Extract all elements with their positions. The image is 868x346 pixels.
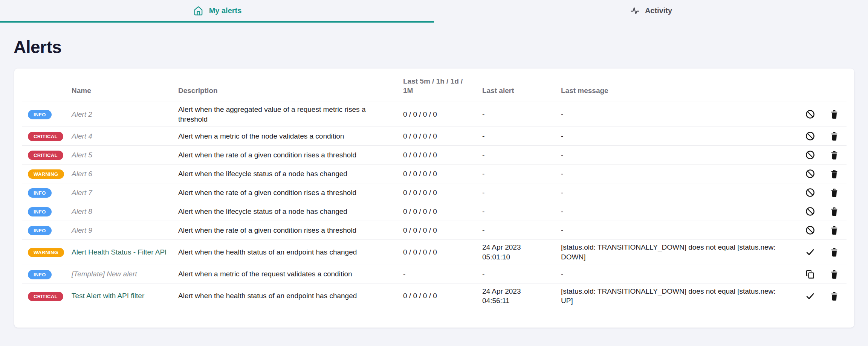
header-name: Name: [72, 86, 178, 96]
alert-last-message: -: [561, 188, 786, 198]
alert-counts: 0 / 0 / 0 / 0: [403, 131, 482, 141]
table-row: WARNING Alert 6 Alert when the lifecycle…: [22, 165, 847, 183]
severity-badge: INFO: [28, 270, 52, 279]
severity-badge: INFO: [28, 188, 52, 198]
mute-button-ban-icon[interactable]: [805, 206, 815, 216]
alert-last-message: -: [561, 269, 786, 279]
alert-last-alert: -: [482, 226, 561, 235]
alert-last-alert: -: [482, 131, 561, 141]
alert-counts: 0 / 0 / 0 / 0: [403, 188, 482, 198]
alert-description: Alert when the aggregated value of a req…: [178, 105, 403, 124]
severity-badge: WARNING: [28, 248, 64, 257]
alerts-card: Name Description Last 5m / 1h / 1d / 1M …: [14, 69, 854, 328]
severity-badge: WARNING: [28, 169, 64, 179]
alert-description: Alert when the health status of an endpo…: [178, 247, 403, 257]
delete-button-trash-icon[interactable]: [830, 291, 839, 301]
alert-last-message: -: [561, 226, 786, 235]
activity-icon: [630, 6, 640, 16]
alert-description: Alert when the rate of a given condition…: [178, 150, 403, 160]
mute-button-ban-icon[interactable]: [805, 109, 815, 119]
alert-counts: 0 / 0 / 0 / 0: [403, 169, 482, 179]
alert-name[interactable]: Alert Health Status - Filter API: [72, 248, 167, 256]
table-row: CRITICAL Alert 5 Alert when the rate of …: [22, 146, 847, 165]
page-title: Alerts: [14, 37, 868, 57]
alert-counts: 0 / 0 / 0 / 0: [403, 110, 482, 119]
alert-counts: -: [403, 269, 482, 279]
delete-button-trash-icon[interactable]: [830, 187, 839, 198]
alert-last-message: -: [561, 110, 786, 119]
table-row: CRITICAL Test Alert with API filter Aler…: [22, 284, 847, 308]
header-last-message: Last message: [561, 86, 786, 96]
alert-last-alert: -: [482, 169, 561, 179]
alert-description: Alert when the lifecycle status of a nod…: [178, 169, 403, 179]
table-header: Name Description Last 5m / 1h / 1d / 1M …: [22, 69, 847, 102]
tab-label: My alerts: [209, 6, 242, 15]
severity-badge: CRITICAL: [28, 132, 63, 141]
delete-button-trash-icon[interactable]: [830, 225, 839, 235]
tab-activity[interactable]: Activity: [434, 0, 868, 23]
alert-last-alert: -: [482, 110, 561, 119]
alert-counts: 0 / 0 / 0 / 0: [403, 150, 482, 160]
severity-badge: CRITICAL: [28, 151, 63, 160]
severity-badge: INFO: [28, 110, 52, 119]
tab-bar: My alerts Activity: [0, 0, 868, 23]
delete-button-trash-icon[interactable]: [830, 269, 839, 279]
table-body: INFO Alert 2 Alert when the aggregated v…: [22, 102, 847, 308]
severity-badge: INFO: [28, 226, 52, 235]
alert-name[interactable]: Alert 6: [72, 170, 92, 178]
tab-my-alerts[interactable]: My alerts: [0, 0, 434, 23]
alert-counts: 0 / 0 / 0 / 0: [403, 226, 482, 235]
home-icon: [193, 5, 204, 17]
alert-last-message: -: [561, 169, 786, 179]
alert-name[interactable]: Alert 2: [72, 110, 92, 118]
delete-button-trash-icon[interactable]: [830, 109, 839, 119]
delete-button-trash-icon[interactable]: [830, 206, 839, 216]
alert-description: Alert when a metric of the request valid…: [178, 269, 403, 279]
mute-button-ban-icon[interactable]: [805, 225, 815, 235]
table-row: INFO Alert 2 Alert when the aggregated v…: [22, 102, 847, 127]
duplicate-button-copy-icon[interactable]: [805, 269, 815, 279]
alert-name[interactable]: Alert 8: [72, 207, 92, 215]
alert-last-alert: -: [482, 150, 561, 160]
alert-name[interactable]: Alert 4: [72, 132, 92, 140]
alert-name[interactable]: Alert 5: [72, 151, 92, 159]
alert-name[interactable]: [Template] New alert: [72, 270, 137, 278]
alert-counts: 0 / 0 / 0 / 0: [403, 247, 482, 257]
alert-last-message: [status.old: TRANSITIONALLY_DOWN] does n…: [561, 242, 786, 262]
header-counts: Last 5m / 1h / 1d / 1M: [403, 76, 482, 96]
table-row: INFO [Template] New alert Alert when a m…: [22, 265, 847, 284]
alert-last-alert: -: [482, 269, 561, 279]
mute-button-ban-icon[interactable]: [805, 187, 815, 198]
delete-button-trash-icon[interactable]: [830, 150, 839, 160]
alert-description: Alert when a metric of the node validate…: [178, 131, 403, 141]
delete-button-trash-icon[interactable]: [830, 131, 839, 141]
header-description: Description: [178, 86, 403, 96]
alert-counts: 0 / 0 / 0 / 0: [403, 207, 482, 216]
alert-last-message: -: [561, 207, 786, 216]
table-row: INFO Alert 9 Alert when the rate of a gi…: [22, 221, 847, 240]
header-last-alert: Last alert: [482, 86, 561, 96]
alert-description: Alert when the lifecycle status of a nod…: [178, 207, 403, 216]
alert-name[interactable]: Test Alert with API filter: [72, 292, 144, 300]
alert-last-alert: 24 Apr 2023 05:01:10: [482, 242, 561, 262]
mute-button-ban-icon[interactable]: [805, 131, 815, 141]
delete-button-trash-icon[interactable]: [830, 247, 839, 257]
table-row: WARNING Alert Health Status - Filter API…: [22, 240, 847, 265]
alert-description: Alert when the rate of a given condition…: [178, 188, 403, 198]
alert-counts: 0 / 0 / 0 / 0: [403, 291, 482, 301]
table-row: INFO Alert 8 Alert when the lifecycle st…: [22, 202, 847, 221]
alert-name[interactable]: Alert 7: [72, 189, 92, 197]
severity-badge: INFO: [28, 207, 52, 216]
alert-last-alert: 24 Apr 2023 04:56:11: [482, 287, 561, 306]
acknowledge-button-check-icon[interactable]: [805, 247, 815, 257]
mute-button-ban-icon[interactable]: [805, 150, 815, 160]
severity-badge: CRITICAL: [28, 292, 63, 301]
table-row: INFO Alert 7 Alert when the rate of a gi…: [22, 183, 847, 202]
alert-last-message: -: [561, 150, 786, 160]
delete-button-trash-icon[interactable]: [830, 169, 839, 179]
acknowledge-button-check-icon[interactable]: [805, 291, 815, 301]
table-row: CRITICAL Alert 4 Alert when a metric of …: [22, 127, 847, 146]
tab-label: Activity: [645, 6, 672, 15]
alert-name[interactable]: Alert 9: [72, 226, 92, 234]
mute-button-ban-icon[interactable]: [805, 169, 815, 179]
